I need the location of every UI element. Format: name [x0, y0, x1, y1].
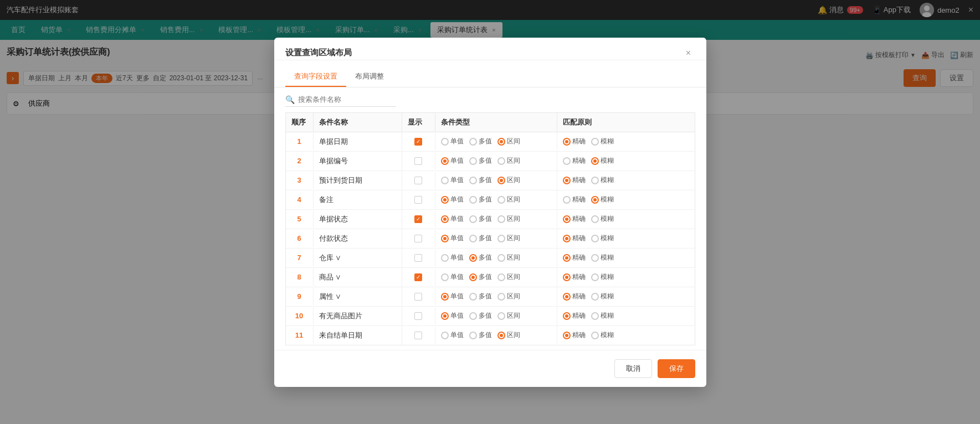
checkbox-display-3[interactable] — [414, 196, 422, 204]
radio-type-区间-0[interactable]: 区间 — [497, 137, 520, 146]
radio-match-精确-0[interactable]: 精确 — [563, 137, 586, 146]
cell-type-9: 单值多值区间 — [435, 307, 557, 325]
radio-type-多值-6[interactable]: 多值 — [469, 253, 492, 262]
cell-display-6[interactable] — [402, 250, 435, 266]
cell-match-6: 精确模糊 — [557, 249, 668, 267]
radio-type-单值-8[interactable]: 单值 — [441, 292, 464, 301]
radio-match-精确-6[interactable]: 精确 — [563, 253, 586, 262]
radio-type-区间-2[interactable]: 区间 — [497, 175, 520, 185]
radio-type-多值-0[interactable]: 多值 — [469, 137, 492, 146]
cell-display-4[interactable]: ✓ — [402, 211, 435, 227]
radio-type-单值-10[interactable]: 单值 — [441, 330, 464, 340]
radio-match-circle-3 — [563, 196, 571, 204]
cell-name-5: 付款状态 — [314, 229, 402, 248]
radio-type-多值-8[interactable]: 多值 — [469, 292, 492, 301]
radio-type-区间-9[interactable]: 区间 — [497, 311, 520, 320]
radio-type-单值-2[interactable]: 单值 — [441, 175, 464, 185]
radio-type-多值-4[interactable]: 多值 — [469, 214, 492, 224]
radio-match-精确-5[interactable]: 精确 — [563, 234, 586, 243]
radio-circle-5 — [469, 235, 477, 242]
radio-type-单值-9[interactable]: 单值 — [441, 311, 464, 320]
cell-display-10[interactable] — [402, 327, 435, 344]
col-display: 显示 — [402, 113, 435, 132]
radio-match-精确-10[interactable]: 精确 — [563, 330, 586, 340]
radio-type-区间-10[interactable]: 区间 — [497, 330, 520, 340]
checkbox-display-7[interactable]: ✓ — [414, 273, 422, 281]
checkbox-display-2[interactable] — [414, 177, 422, 184]
radio-match-模糊-1[interactable]: 模糊 — [591, 156, 614, 166]
radio-type-单值-1[interactable]: 单值 — [441, 156, 464, 166]
radio-match-模糊-3[interactable]: 模糊 — [591, 195, 614, 204]
radio-type-单值-4[interactable]: 单值 — [441, 214, 464, 224]
cell-match-8: 精确模糊 — [557, 287, 668, 306]
radio-type-区间-7[interactable]: 区间 — [497, 272, 520, 282]
radio-type-区间-6[interactable]: 区间 — [497, 253, 520, 262]
radio-match-模糊-9[interactable]: 模糊 — [591, 311, 614, 320]
radio-match-模糊-0[interactable]: 模糊 — [591, 137, 614, 146]
radio-match-模糊-7[interactable]: 模糊 — [591, 272, 614, 282]
cell-display-7[interactable]: ✓ — [402, 269, 435, 286]
checkbox-display-10[interactable] — [414, 332, 422, 339]
radio-type-区间-5[interactable]: 区间 — [497, 234, 520, 243]
radio-match-circle-8 — [591, 293, 599, 301]
cell-order-7: 8 — [286, 268, 314, 286]
radio-match-精确-7[interactable]: 精确 — [563, 272, 586, 282]
cell-order-9: 10 — [286, 307, 314, 324]
radio-type-多值-9[interactable]: 多值 — [469, 311, 492, 320]
cell-display-8[interactable] — [402, 288, 435, 305]
radio-type-区间-1[interactable]: 区间 — [497, 156, 520, 166]
radio-type-区间-4[interactable]: 区间 — [497, 214, 520, 224]
radio-type-多值-5[interactable]: 多值 — [469, 234, 492, 243]
radio-match-模糊-8[interactable]: 模糊 — [591, 292, 614, 301]
search-input[interactable] — [298, 95, 387, 104]
radio-type-区间-3[interactable]: 区间 — [497, 195, 520, 204]
radio-match-模糊-2[interactable]: 模糊 — [591, 175, 614, 185]
radio-type-单值-3[interactable]: 单值 — [441, 195, 464, 204]
radio-match-精确-2[interactable]: 精确 — [563, 175, 586, 185]
checkbox-display-5[interactable] — [414, 235, 422, 242]
radio-match-模糊-6[interactable]: 模糊 — [591, 253, 614, 262]
radio-match-精确-3[interactable]: 精确 — [563, 195, 586, 204]
radio-type-单值-5[interactable]: 单值 — [441, 234, 464, 243]
radio-type-单值-7[interactable]: 单值 — [441, 272, 464, 282]
cell-display-5[interactable] — [402, 230, 435, 247]
radio-match-精确-1[interactable]: 精确 — [563, 156, 586, 166]
cell-display-0[interactable]: ✓ — [402, 133, 435, 150]
cell-display-2[interactable] — [402, 172, 435, 189]
radio-match-精确-8[interactable]: 精确 — [563, 292, 586, 301]
checkbox-display-0[interactable]: ✓ — [414, 138, 422, 146]
radio-type-区间-8[interactable]: 区间 — [497, 292, 520, 301]
tab-query-fields[interactable]: 查询字段设置 — [285, 67, 346, 87]
tab-layout-adjust[interactable]: 布局调整 — [346, 67, 393, 87]
cancel-button[interactable]: 取消 — [614, 359, 652, 378]
radio-type-多值-7[interactable]: 多值 — [469, 272, 492, 282]
radio-match-精确-9[interactable]: 精确 — [563, 311, 586, 320]
cell-display-1[interactable] — [402, 153, 435, 169]
checkbox-display-9[interactable] — [414, 312, 422, 320]
radio-type-单值-0[interactable]: 单值 — [441, 137, 464, 146]
radio-circle-3 — [441, 196, 449, 204]
table-body: 1单据日期✓单值多值区间精确模糊2单据编号单值多值区间精确模糊3预计到货日期单值… — [285, 132, 695, 345]
dialog-close-button[interactable]: × — [682, 46, 695, 60]
checkbox-display-1[interactable] — [414, 157, 422, 165]
modal-overlay: 设置查询区域布局 × 查询字段设置 布局调整 🔍 顺序 条件名称 显示 条件类型… — [0, 0, 980, 424]
cell-type-10: 单值多值区间 — [435, 326, 557, 344]
radio-type-多值-2[interactable]: 多值 — [469, 175, 492, 185]
col-name: 条件名称 — [314, 113, 402, 132]
radio-type-多值-1[interactable]: 多值 — [469, 156, 492, 166]
checkbox-display-8[interactable] — [414, 293, 422, 301]
radio-match-精确-4[interactable]: 精确 — [563, 214, 586, 224]
radio-type-单值-6[interactable]: 单值 — [441, 253, 464, 262]
checkbox-display-4[interactable]: ✓ — [414, 215, 422, 223]
checkbox-display-6[interactable] — [414, 254, 422, 262]
radio-match-模糊-5[interactable]: 模糊 — [591, 234, 614, 243]
cell-display-3[interactable] — [402, 192, 435, 208]
table-row: 11来自结单日期单值多值区间精确模糊 — [286, 326, 695, 345]
save-button[interactable]: 保存 — [658, 359, 695, 378]
radio-type-多值-3[interactable]: 多值 — [469, 195, 492, 204]
cell-display-9[interactable] — [402, 308, 435, 324]
radio-match-模糊-4[interactable]: 模糊 — [591, 214, 614, 224]
radio-match-模糊-10[interactable]: 模糊 — [591, 330, 614, 340]
radio-circle-1 — [441, 157, 449, 165]
radio-type-多值-10[interactable]: 多值 — [469, 330, 492, 340]
